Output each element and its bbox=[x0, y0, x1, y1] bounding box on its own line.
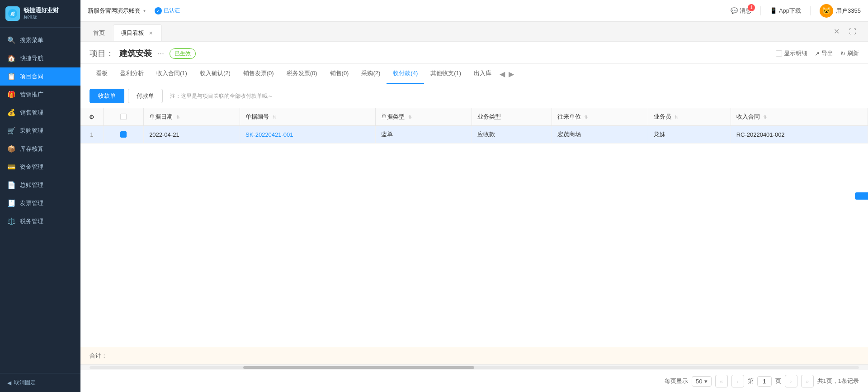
sidebar-item-label: 发票管理 bbox=[20, 199, 43, 207]
subnav-item-sales-invoice[interactable]: 销售发票(0) bbox=[237, 64, 280, 84]
subnav-item-income-confirm[interactable]: 收入确认(2) bbox=[193, 64, 237, 84]
sidebar-item-fund-mgmt[interactable]: 💳 资金管理 bbox=[0, 158, 80, 176]
refresh-icon: ↻ bbox=[840, 50, 845, 57]
subnav-item-in-out-storage[interactable]: 出入库 bbox=[467, 64, 498, 84]
unpin-sidebar-button[interactable]: ◀ 取消固定 bbox=[0, 373, 80, 392]
content-area: 项目： 建筑安装 ··· 已生效 显示明细 ↗ 导出 ↻ 刷新 bbox=[80, 42, 868, 392]
unpin-label: 取消固定 bbox=[14, 379, 36, 387]
col-income-contract[interactable]: 收入合同 ⇅ bbox=[731, 108, 868, 126]
select-all-checkbox[interactable] bbox=[120, 114, 127, 120]
tabbar: 首页 项目看板 ✕ ✕ ⛶ bbox=[80, 22, 868, 42]
col-salesperson[interactable]: 业务员 ⇅ bbox=[648, 108, 731, 126]
subnav-item-sales[interactable]: 销售(0) bbox=[324, 64, 355, 84]
row-biz-type: 应收款 bbox=[472, 126, 552, 143]
col-checkbox[interactable] bbox=[103, 108, 144, 126]
tab-project-board[interactable]: 项目看板 ✕ bbox=[113, 24, 162, 41]
subnav-item-kanban[interactable]: 看板 bbox=[90, 64, 114, 84]
export-button[interactable]: ↗ 导出 bbox=[815, 49, 833, 57]
window-maximize-button[interactable]: ⛶ bbox=[846, 25, 859, 38]
subnav: 看板 盈利分析 收入合同(1) 收入确认(2) 销售发票(0) 税务发票(0) … bbox=[80, 64, 868, 84]
show-detail-label: 显示明细 bbox=[784, 49, 807, 57]
sidebar-nav: 🔍 搜索菜单 🏠 快捷导航 📋 项目合同 🎁 营销推广 💰 销售管理 🛒 采购管… bbox=[0, 28, 80, 373]
refresh-button[interactable]: ↻ 刷新 bbox=[840, 49, 859, 57]
row-doc-no[interactable]: SK-20220421-001 bbox=[240, 126, 375, 143]
col-doc-type[interactable]: 单据类型 ⇅ bbox=[375, 108, 472, 126]
subnav-item-tax-invoice[interactable]: 税务发票(0) bbox=[280, 64, 324, 84]
show-detail-checkbox[interactable] bbox=[776, 50, 782, 57]
table-header-row: ⚙ 单据日期 ⇅ 单据编号 ⇅ 单据类型 ⇅ 业务类型 往来单位 ⇅ 业务员 ⇅… bbox=[80, 108, 868, 126]
doc-no-link[interactable]: SK-20220421-001 bbox=[245, 131, 293, 138]
col-doc-date[interactable]: 单据日期 ⇅ bbox=[144, 108, 240, 126]
sidebar-item-label: 采购管理 bbox=[20, 127, 43, 135]
tab-close-icon[interactable]: ✕ bbox=[147, 29, 154, 37]
fund-mgmt-icon: 💳 bbox=[7, 163, 15, 171]
subnav-item-profit[interactable]: 盈利分析 bbox=[114, 64, 150, 84]
sidebar-item-quick-nav[interactable]: 🏠 快捷导航 bbox=[0, 49, 80, 67]
sidebar-item-label: 库存核算 bbox=[20, 145, 43, 153]
sidebar-item-search-menu[interactable]: 🔍 搜索菜单 bbox=[0, 31, 80, 49]
row-salesperson: 龙妹 bbox=[648, 126, 731, 143]
subnav-prev-arrow[interactable]: ◀ bbox=[498, 70, 507, 78]
receipt-btn[interactable]: 收款单 bbox=[90, 89, 124, 103]
user-menu[interactable]: 🐱 用户3355 bbox=[820, 4, 861, 18]
app-edition: 标准版 bbox=[24, 14, 59, 20]
subnav-item-receipt-payment[interactable]: 收付款(4) bbox=[387, 64, 424, 84]
horizontal-scrollbar[interactable] bbox=[80, 364, 868, 370]
feedback-button[interactable]: 反馈 bbox=[855, 192, 868, 200]
refresh-label: 刷新 bbox=[847, 49, 859, 57]
col-partner[interactable]: 往来单位 ⇅ bbox=[552, 108, 648, 126]
project-title: 建筑安装 bbox=[119, 48, 152, 59]
sidebar-item-marketing[interactable]: 🎁 营销推广 bbox=[0, 86, 80, 104]
sidebar-item-ledger-mgmt[interactable]: 📄 总账管理 bbox=[0, 176, 80, 194]
quick-nav-icon: 🏠 bbox=[7, 54, 15, 62]
message-badge: 1 bbox=[748, 4, 755, 11]
sidebar-item-purchase-mgmt[interactable]: 🛒 采购管理 bbox=[0, 122, 80, 140]
sort-doc-no-icon: ⇅ bbox=[273, 115, 276, 120]
subnav-item-income-contract[interactable]: 收入合同(1) bbox=[150, 64, 193, 84]
scrollbar-track[interactable] bbox=[90, 366, 859, 369]
topbar: 新服务官网演示账套 ▾ ✓ 已认证 💬 消息 1 📱 App下载 🐱 用户335… bbox=[80, 0, 868, 22]
page-size-label: 每页显示 bbox=[665, 377, 688, 385]
payment-btn[interactable]: 付款单 bbox=[128, 89, 163, 103]
project-more-button[interactable]: ··· bbox=[157, 49, 164, 58]
messages-button[interactable]: 💬 消息 1 bbox=[731, 7, 751, 15]
col-doc-no[interactable]: 单据编号 ⇅ bbox=[240, 108, 375, 126]
app-download-label: App下载 bbox=[779, 7, 801, 15]
tab-home[interactable]: 首页 bbox=[86, 24, 112, 41]
sort-salesperson-icon: ⇅ bbox=[675, 115, 678, 120]
sidebar-item-invoice-mgmt[interactable]: 🧾 发票管理 bbox=[0, 194, 80, 212]
sidebar-item-label: 税务管理 bbox=[20, 217, 43, 225]
last-page-button[interactable]: » bbox=[801, 375, 814, 387]
ledger-mgmt-icon: 📄 bbox=[7, 181, 15, 189]
user-label: 用户3355 bbox=[836, 7, 861, 15]
subnav-item-other-expenditure[interactable]: 其他收支(1) bbox=[424, 64, 467, 84]
export-icon: ↗ bbox=[815, 50, 820, 57]
window-controls: ✕ ⛶ bbox=[826, 22, 863, 41]
table-row[interactable]: 1 2022-04-21 SK-20220421-001 蓝单 应收款 宏茂商场… bbox=[80, 126, 868, 143]
col-settings[interactable]: ⚙ bbox=[80, 108, 103, 126]
sort-doc-type-icon: ⇅ bbox=[408, 115, 412, 120]
prev-page-button[interactable]: ‹ bbox=[731, 375, 744, 387]
sidebar-item-label: 总账管理 bbox=[20, 181, 43, 189]
row-checkbox[interactable] bbox=[103, 126, 144, 143]
subnav-item-purchase[interactable]: 采购(2) bbox=[355, 64, 387, 84]
sidebar-item-tax-mgmt[interactable]: ⚖️ 税务管理 bbox=[0, 212, 80, 230]
page-size-select[interactable]: 50 ▾ bbox=[692, 376, 711, 387]
page-number-input[interactable] bbox=[757, 376, 772, 387]
table-wrapper: ⚙ 单据日期 ⇅ 单据编号 ⇅ 单据类型 ⇅ 业务类型 往来单位 ⇅ 业务员 ⇅… bbox=[80, 108, 868, 347]
subnav-next-arrow[interactable]: ▶ bbox=[507, 70, 516, 78]
first-page-button[interactable]: « bbox=[715, 375, 728, 387]
sidebar-item-sales-mgmt[interactable]: 💰 销售管理 bbox=[0, 104, 80, 122]
app-download-button[interactable]: 📱 App下载 bbox=[770, 7, 801, 15]
total-label: 合计： bbox=[90, 352, 107, 360]
show-detail-toggle[interactable]: 显示明细 bbox=[776, 49, 807, 57]
next-page-button[interactable]: › bbox=[785, 375, 797, 387]
subtab-bar: 收款单 付款单 注：这里是与项目关联的全部收付款单哦～ bbox=[80, 84, 868, 108]
window-close-button[interactable]: ✕ bbox=[830, 25, 843, 38]
row-select-checkbox[interactable] bbox=[120, 131, 127, 138]
scrollbar-thumb[interactable] bbox=[243, 366, 474, 369]
account-selector[interactable]: 新服务官网演示账套 ▾ bbox=[88, 7, 146, 15]
sidebar-item-inventory[interactable]: 📦 库存核算 bbox=[0, 140, 80, 158]
app-logo: 财 bbox=[5, 6, 20, 21]
sidebar-item-project-contract[interactable]: 📋 项目合同 bbox=[0, 67, 80, 86]
